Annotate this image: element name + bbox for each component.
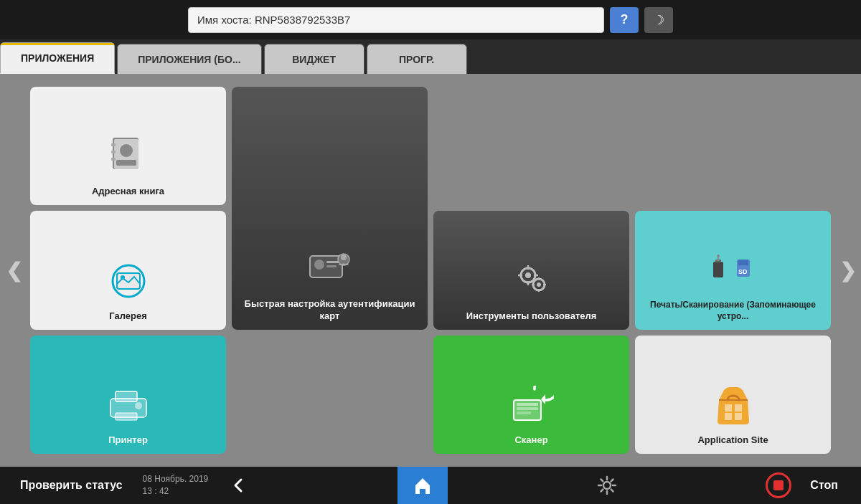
sleep-button[interactable]: ☽ — [644, 7, 673, 33]
tile-print-scan[interactable]: SD Печать/Сканирование (Запоминающее уст… — [635, 211, 831, 329]
home-icon — [413, 475, 433, 495]
tab-apps[interactable]: ПРИЛОЖЕНИЯ — [0, 42, 115, 74]
quick-setup-label: Быстрая настройка аутентификации карт — [232, 298, 428, 323]
app-site-icon — [708, 380, 758, 430]
svg-rect-4 — [111, 143, 116, 146]
scanner-label: Сканер — [510, 434, 552, 447]
print-scan-icon: SD — [708, 245, 758, 295]
svg-point-46 — [135, 402, 142, 409]
tile-gallery[interactable]: Галерея — [30, 211, 226, 329]
svg-rect-55 — [735, 413, 742, 420]
top-bar: ? ☽ — [0, 0, 861, 39]
tile-scanner[interactable]: Сканер — [433, 336, 629, 454]
svg-text:SD: SD — [738, 268, 748, 275]
svg-rect-49 — [517, 407, 538, 410]
check-status-button[interactable]: Проверить статус — [11, 479, 131, 492]
gallery-icon — [103, 256, 154, 306]
main-content: ❮ Адресная книга — [0, 74, 861, 467]
tile-app-site[interactable]: Application Site — [635, 336, 831, 454]
svg-point-31 — [537, 282, 541, 287]
gallery-label: Галерея — [105, 310, 151, 323]
back-button[interactable] — [220, 467, 257, 504]
svg-rect-41 — [738, 260, 748, 265]
tile-tools[interactable]: Инструменты пользователя — [433, 211, 629, 329]
svg-rect-5 — [111, 151, 116, 153]
svg-rect-9 — [326, 261, 339, 263]
address-book-label: Адресная книга — [88, 186, 169, 198]
stop-icon — [766, 472, 791, 498]
svg-rect-45 — [116, 413, 137, 420]
svg-point-25 — [525, 272, 531, 278]
printer-label: Принтер — [104, 434, 152, 447]
svg-point-15 — [121, 275, 125, 280]
svg-point-8 — [314, 260, 324, 270]
app-site-label: Application Site — [693, 434, 772, 447]
back-icon — [228, 475, 248, 495]
hostname-input[interactable] — [188, 7, 604, 33]
tab-apps-bo[interactable]: ПРИЛОЖЕНИЯ (БО... — [117, 44, 261, 74]
svg-rect-6 — [111, 158, 116, 161]
stop-button[interactable]: Стоп — [799, 479, 850, 492]
tab-progr[interactable]: ПРОГР. — [367, 44, 467, 74]
tabs-bar: ПРИЛОЖЕНИЯ ПРИЛОЖЕНИЯ (БО... ВИДЖЕТ ПРОГ… — [0, 39, 861, 74]
help-button[interactable]: ? — [610, 7, 639, 33]
svg-point-12 — [341, 255, 347, 260]
quick-setup-icon — [305, 244, 355, 294]
svg-rect-52 — [725, 404, 732, 412]
moon-icon: ☽ — [653, 12, 664, 28]
svg-rect-3 — [116, 160, 136, 166]
apps-grid: Адресная книга Быстрая настройка аутенти… — [27, 82, 834, 458]
tools-label: Инструменты пользователя — [462, 310, 601, 323]
svg-point-39 — [717, 255, 720, 257]
home-button[interactable] — [397, 467, 448, 504]
nav-right-arrow[interactable]: ❯ — [834, 82, 861, 458]
tools-icon — [507, 256, 557, 306]
nav-left-arrow[interactable]: ❮ — [0, 82, 27, 458]
print-scan-label: Печать/Сканирование (Запоминающее устро.… — [635, 300, 831, 322]
settings-button[interactable] — [588, 467, 626, 504]
address-book-icon — [103, 131, 154, 181]
svg-rect-54 — [725, 413, 732, 420]
svg-rect-36 — [713, 262, 723, 277]
svg-rect-48 — [517, 403, 538, 406]
tile-address-book[interactable]: Адресная книга — [30, 87, 226, 205]
empty-cell-2-3 — [232, 336, 428, 454]
svg-rect-44 — [116, 391, 137, 401]
svg-rect-50 — [517, 412, 531, 414]
tab-widget[interactable]: ВИДЖЕТ — [264, 44, 364, 74]
stop-section: Стоп — [766, 472, 850, 498]
tile-quick-setup[interactable]: Быстрая настройка аутентификации карт — [232, 87, 428, 330]
scanner-icon — [507, 380, 557, 430]
bottom-bar: Проверить статус 08 Ноябрь. 2019 13 : 42… — [0, 467, 861, 504]
svg-point-2 — [120, 144, 133, 157]
gear-icon — [597, 475, 617, 495]
datetime-display: 08 Ноябрь. 2019 13 : 42 — [131, 473, 220, 498]
svg-rect-10 — [326, 265, 337, 267]
printer-icon — [103, 380, 154, 430]
tile-printer[interactable]: Принтер — [30, 336, 226, 454]
svg-point-56 — [603, 482, 611, 489]
svg-rect-53 — [735, 404, 742, 412]
